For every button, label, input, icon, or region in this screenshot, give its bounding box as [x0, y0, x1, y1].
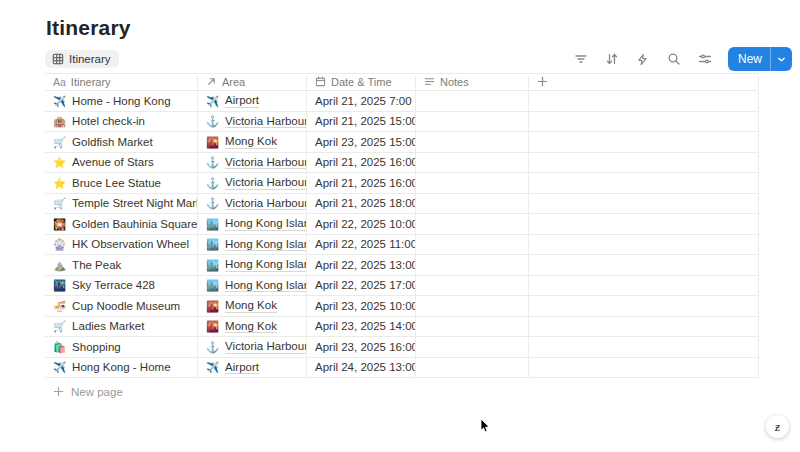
area-relation-chip[interactable]: 🏙️ Hong Kong Island	[206, 238, 306, 252]
row-title-cell[interactable]: 🎇 Golden Bauhinia Square	[45, 214, 197, 234]
filter-icon[interactable]	[570, 48, 592, 70]
table-row: 🎇 Golden Bauhinia Square 🏙️ Hong Kong Is…	[45, 214, 759, 235]
row-date-cell[interactable]: April 22, 2025 10:00	[306, 214, 415, 234]
row-title-cell[interactable]: 🏨 Hotel check-in	[45, 112, 197, 132]
row-area-cell[interactable]: ⚓ Victoria Harbour	[197, 337, 306, 357]
row-title-cell[interactable]: ✈️ Hong Kong - Home	[45, 358, 197, 378]
row-date-cell[interactable]: April 23, 2025 16:00	[306, 337, 415, 357]
row-title-cell[interactable]: ⭐ Avenue of Stars	[45, 153, 197, 173]
row-page-emoji-icon: 🛒	[53, 321, 66, 332]
area-emoji-icon: ⚓	[206, 198, 219, 209]
area-relation-chip[interactable]: ⚓ Victoria Harbour	[206, 340, 306, 354]
row-date-cell[interactable]: April 21, 2025 15:00	[306, 112, 415, 132]
row-notes-cell[interactable]	[415, 276, 528, 296]
new-dropdown-chevron-icon[interactable]	[770, 47, 792, 71]
row-area-cell[interactable]: 🌇 Mong Kok	[197, 296, 306, 316]
row-area-cell[interactable]: ⚓ Victoria Harbour	[197, 153, 306, 173]
row-area-cell[interactable]: 🏙️ Hong Kong Island	[197, 235, 306, 255]
row-title-cell[interactable]: 🍜 Cup Noodle Museum	[45, 296, 197, 316]
row-date-cell[interactable]: April 23, 2025 15:00	[306, 132, 415, 152]
row-notes-cell[interactable]	[415, 337, 528, 357]
page-title[interactable]: Itinerary	[46, 16, 131, 40]
column-header-notes[interactable]: Notes	[415, 76, 528, 89]
row-date-cell[interactable]: April 21, 2025 16:00	[306, 153, 415, 173]
row-page-emoji-icon: 🛍️	[53, 342, 66, 353]
row-title-cell[interactable]: ⭐ Bruce Lee Statue	[45, 173, 197, 193]
row-page-emoji-icon: ⭐	[53, 157, 66, 168]
row-notes-cell[interactable]	[415, 112, 528, 132]
row-area-cell[interactable]: ⚓ Victoria Harbour	[197, 112, 306, 132]
row-date-cell[interactable]: April 21, 2025 7:00	[306, 91, 415, 111]
row-date-cell[interactable]: April 22, 2025 13:00	[306, 255, 415, 275]
row-title-cell[interactable]: 🛒 Temple Street Night Market	[45, 194, 197, 214]
area-relation-chip[interactable]: 🏙️ Hong Kong Island	[206, 258, 306, 272]
search-icon[interactable]	[663, 48, 685, 70]
view-tab-itinerary[interactable]: Itinerary	[45, 50, 119, 68]
row-date-cell[interactable]: April 24, 2025 13:00	[306, 358, 415, 378]
row-area-cell[interactable]: 🌇 Mong Kok	[197, 317, 306, 337]
row-notes-cell[interactable]	[415, 214, 528, 234]
row-area-cell[interactable]: ✈️ Airport	[197, 91, 306, 111]
row-notes-cell[interactable]	[415, 317, 528, 337]
row-extra-cell	[528, 358, 759, 378]
row-title: Temple Street Night Market	[72, 197, 197, 209]
table-row: ⭐ Bruce Lee Statue ⚓ Victoria Harbour Ap…	[45, 173, 759, 194]
row-notes-cell[interactable]	[415, 173, 528, 193]
row-notes-cell[interactable]	[415, 91, 528, 111]
area-relation-chip[interactable]: 🌇 Mong Kok	[206, 299, 277, 313]
row-area-cell[interactable]: 🌇 Mong Kok	[197, 132, 306, 152]
area-relation-chip[interactable]: ⚓ Victoria Harbour	[206, 176, 306, 190]
column-header-date-time[interactable]: Date & Time	[306, 76, 415, 89]
row-area-cell[interactable]: ✈️ Airport	[197, 358, 306, 378]
row-date-cell[interactable]: April 21, 2025 16:00	[306, 173, 415, 193]
row-area-cell[interactable]: 🏙️ Hong Kong Island	[197, 276, 306, 296]
area-relation-chip[interactable]: ⚓ Victoria Harbour	[206, 156, 306, 170]
area-relation-chip[interactable]: ⚓ Victoria Harbour	[206, 115, 306, 129]
row-notes-cell[interactable]	[415, 235, 528, 255]
row-notes-cell[interactable]	[415, 296, 528, 316]
row-date-cell[interactable]: April 21, 2025 18:00	[306, 194, 415, 214]
row-area-cell[interactable]: ⚓ Victoria Harbour	[197, 194, 306, 214]
row-notes-cell[interactable]	[415, 358, 528, 378]
date-value: April 21, 2025 15:00	[315, 115, 415, 127]
row-title-cell[interactable]: ✈️ Home - Hong Kong	[45, 91, 197, 111]
row-title-cell[interactable]: 🎡 HK Observation Wheel	[45, 235, 197, 255]
row-notes-cell[interactable]	[415, 153, 528, 173]
row-title-cell[interactable]: 🛍️ Shopping	[45, 337, 197, 357]
add-column-button[interactable]	[528, 76, 759, 89]
area-relation-chip[interactable]: 🏙️ Hong Kong Island	[206, 217, 306, 231]
row-area-cell[interactable]: ⚓ Victoria Harbour	[197, 173, 306, 193]
row-notes-cell[interactable]	[415, 132, 528, 152]
area-relation-chip[interactable]: 🌇 Mong Kok	[206, 135, 277, 149]
area-relation-chip[interactable]: ⚓ Victoria Harbour	[206, 197, 306, 211]
area-relation-chip[interactable]: 🏙️ Hong Kong Island	[206, 279, 306, 293]
column-header-itinerary[interactable]: Aa Itinerary	[45, 76, 197, 88]
column-header-area[interactable]: Area	[197, 76, 306, 89]
row-area-cell[interactable]: 🏙️ Hong Kong Island	[197, 255, 306, 275]
row-date-cell[interactable]: April 23, 2025 10:00	[306, 296, 415, 316]
corner-badge[interactable]: ƶ	[766, 415, 789, 438]
new-page-button[interactable]: New page	[45, 381, 759, 403]
sort-icon[interactable]	[601, 48, 623, 70]
row-date-cell[interactable]: April 23, 2025 14:00	[306, 317, 415, 337]
row-date-cell[interactable]: April 22, 2025 17:00	[306, 276, 415, 296]
view-settings-icon[interactable]	[694, 48, 716, 70]
new-button[interactable]: New	[728, 47, 792, 71]
row-extra-cell	[528, 132, 759, 152]
row-title-cell[interactable]: 🛒 Ladies Market	[45, 317, 197, 337]
area-relation-chip[interactable]: ✈️ Airport	[206, 361, 259, 375]
row-notes-cell[interactable]	[415, 194, 528, 214]
row-date-cell[interactable]: April 22, 2025 11:00	[306, 235, 415, 255]
row-title-cell[interactable]: 🛒 Goldfish Market	[45, 132, 197, 152]
area-label: Victoria Harbour	[225, 115, 306, 129]
automation-icon[interactable]	[632, 48, 654, 70]
area-relation-chip[interactable]: ✈️ Airport	[206, 94, 259, 108]
row-area-cell[interactable]: 🏙️ Hong Kong Island	[197, 214, 306, 234]
area-emoji-icon: ⚓	[206, 178, 219, 189]
area-relation-chip[interactable]: 🌇 Mong Kok	[206, 320, 277, 334]
row-title-cell[interactable]: 🌃 Sky Terrace 428	[45, 276, 197, 296]
row-page-emoji-icon: 🎡	[53, 239, 66, 250]
plus-icon	[53, 386, 64, 399]
row-notes-cell[interactable]	[415, 255, 528, 275]
row-title-cell[interactable]: ⛰️ The Peak	[45, 255, 197, 275]
